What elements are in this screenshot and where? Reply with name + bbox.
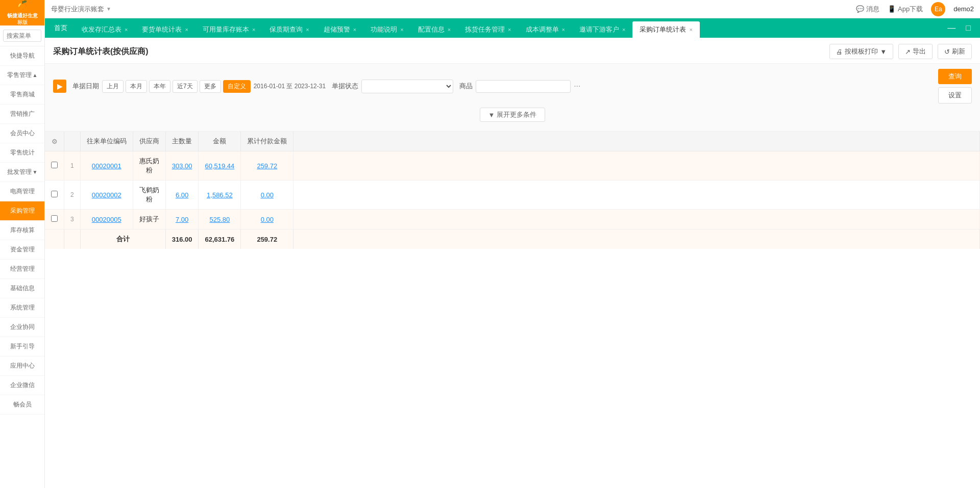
- sidebar-item-member[interactable]: 会员中心: [0, 124, 44, 143]
- date-btn-this-month[interactable]: 本月: [126, 80, 147, 93]
- row-select[interactable]: [51, 215, 58, 222]
- tab-pick-task[interactable]: 拣货任务管理 ×: [458, 21, 518, 38]
- sidebar-item-newbie[interactable]: 新手引导: [0, 337, 44, 356]
- sidebar-item-operation[interactable]: 经营管理: [0, 260, 44, 279]
- tab-available-stock[interactable]: 可用量库存账本 ×: [195, 21, 262, 38]
- date-btn-more[interactable]: 更多: [200, 80, 221, 93]
- footer-qty: 316.00: [165, 229, 199, 249]
- chevron-down-icon: ▼: [33, 169, 38, 175]
- tab-close-icon[interactable]: ×: [306, 27, 309, 33]
- row-select[interactable]: [51, 191, 58, 197]
- tab-home[interactable]: 首页: [47, 20, 75, 36]
- expand-label: 展开更多条件: [497, 110, 536, 119]
- row-paid[interactable]: 0.00: [241, 210, 293, 229]
- refresh-button[interactable]: ↺ 刷新: [938, 44, 972, 59]
- tab-close-icon[interactable]: ×: [562, 27, 565, 33]
- app-download-label: App下载: [898, 5, 923, 14]
- goods-input[interactable]: [476, 80, 571, 93]
- status-select[interactable]: [361, 80, 453, 93]
- sidebar-item-retail-stat[interactable]: 零售统计: [0, 143, 44, 163]
- date-range-buttons: 上月 本月 本年 近7天 更多 自定义: [102, 80, 251, 93]
- sidebar-item-shortcut[interactable]: 快捷导航: [0, 46, 44, 66]
- tab-close-icon[interactable]: ×: [125, 27, 128, 33]
- row-amount[interactable]: 525.80: [199, 210, 241, 229]
- export-button[interactable]: ↗ 导出: [898, 44, 933, 59]
- row-qty[interactable]: 7.00: [165, 210, 199, 229]
- sidebar-item-appcenter[interactable]: 应用中心: [0, 356, 44, 376]
- row-seq: 3: [64, 210, 81, 229]
- tab-minimize-btn[interactable]: —: [944, 22, 959, 34]
- sidebar-item-inventory[interactable]: 库存核算: [0, 221, 44, 240]
- row-paid[interactable]: 259.72: [241, 151, 293, 181]
- row-qty[interactable]: 6.00: [165, 181, 199, 210]
- sidebar-item-wechat[interactable]: 企业微信: [0, 376, 44, 395]
- tab-close-icon[interactable]: ×: [185, 27, 188, 33]
- top-bar: 母婴行业演示账套 ▼ 💬 消息 📱 App下载 Ea demo2: [45, 0, 980, 18]
- tab-invite-downstream[interactable]: 邀请下游客户 ×: [572, 21, 632, 38]
- workspace-selector[interactable]: 母婴行业演示账套 ▼: [51, 5, 111, 14]
- tab-close-icon[interactable]: ×: [448, 27, 451, 33]
- tab-close-icon[interactable]: ×: [400, 27, 403, 33]
- tab-function-desc[interactable]: 功能说明 ×: [363, 21, 410, 38]
- sidebar-item-marketing[interactable]: 营销推广: [0, 105, 44, 124]
- sidebar-item-enterprise[interactable]: 企业协同: [0, 318, 44, 337]
- sidebar-item-ecommerce[interactable]: 电商管理: [0, 182, 44, 201]
- refresh-label: 刷新: [952, 47, 965, 56]
- logo-text: 畅捷通好生意: [7, 12, 38, 19]
- sidebar-item-label: 资金管理: [10, 246, 35, 253]
- row-code[interactable]: 00020001: [80, 151, 133, 181]
- row-checkbox[interactable]: [45, 210, 64, 229]
- sidebar-item-retail-shop[interactable]: 零售商城: [0, 85, 44, 105]
- tab-close-icon[interactable]: ×: [622, 27, 625, 33]
- sidebar-item-label: 系统管理: [10, 304, 35, 311]
- app-download-action[interactable]: 📱 App下载: [888, 5, 923, 14]
- sidebar-item-member2[interactable]: 畅会员: [0, 395, 44, 415]
- row-qty[interactable]: 303.00: [165, 151, 199, 181]
- sidebar-item-retail[interactable]: 零售管理 ▲: [0, 66, 44, 85]
- template-print-button[interactable]: 🖨 按模板打印 ▼: [829, 44, 893, 59]
- date-btn-7days[interactable]: 近7天: [173, 80, 198, 93]
- sidebar-item-finance[interactable]: 资金管理: [0, 240, 44, 260]
- row-amount[interactable]: 1,586.52: [199, 181, 241, 210]
- expand-more-button[interactable]: ▼ 展开更多条件: [480, 108, 546, 122]
- settings-icon[interactable]: ⚙: [52, 138, 58, 145]
- sidebar-item-label: 快捷导航: [10, 52, 35, 59]
- query-button[interactable]: 查询: [938, 69, 972, 84]
- tab-purchase-summary[interactable]: 采购订单统计表 ×: [632, 21, 699, 38]
- row-code[interactable]: 00020005: [80, 210, 133, 229]
- user-avatar[interactable]: Ea: [931, 2, 945, 16]
- row-checkbox[interactable]: [45, 151, 64, 181]
- row-checkbox[interactable]: [45, 181, 64, 210]
- search-input[interactable]: [3, 30, 41, 42]
- message-action[interactable]: 💬 消息: [856, 5, 879, 14]
- export-label: 导出: [913, 47, 926, 56]
- sidebar-item-basic[interactable]: 基础信息: [0, 279, 44, 298]
- goods-more-icon[interactable]: ···: [574, 82, 580, 91]
- date-btn-custom[interactable]: 自定义: [223, 80, 251, 93]
- row-select[interactable]: [51, 162, 58, 168]
- tab-order-summary[interactable]: 要货单统计表 ×: [135, 21, 195, 38]
- tab-close-icon[interactable]: ×: [508, 27, 511, 33]
- settings-button[interactable]: 设置: [938, 87, 972, 104]
- th-settings[interactable]: ⚙: [45, 132, 64, 151]
- row-paid[interactable]: 0.00: [241, 181, 293, 210]
- tab-config-info[interactable]: 配置信息 ×: [411, 21, 458, 38]
- tab-cost-adjust[interactable]: 成本调整单 ×: [519, 21, 572, 38]
- tab-receive-summary[interactable]: 收发存汇总表 ×: [75, 21, 135, 38]
- tab-label: 要货单统计表: [142, 25, 182, 34]
- sidebar-item-system[interactable]: 系统管理: [0, 298, 44, 318]
- tab-label: 拣货任务管理: [465, 25, 505, 34]
- date-btn-this-year[interactable]: 本年: [149, 80, 170, 93]
- date-btn-last-month[interactable]: 上月: [102, 80, 124, 93]
- tab-overstock[interactable]: 超储预警 ×: [316, 21, 363, 38]
- sidebar-item-wholesale[interactable]: 批发管理 ▼: [0, 163, 44, 182]
- tab-close-icon[interactable]: ×: [353, 27, 356, 33]
- sidebar-item-purchase[interactable]: 采购管理: [0, 201, 44, 221]
- tab-close-icon[interactable]: ×: [252, 27, 255, 33]
- row-code[interactable]: 00020002: [80, 181, 133, 210]
- tab-close-icon[interactable]: ×: [689, 27, 692, 33]
- tab-warranty[interactable]: 保质期查询 ×: [262, 21, 316, 38]
- tab-maximize-btn[interactable]: □: [963, 22, 974, 34]
- row-amount[interactable]: 60,519.44: [199, 151, 241, 181]
- filter-toggle-button[interactable]: ▶: [53, 80, 66, 93]
